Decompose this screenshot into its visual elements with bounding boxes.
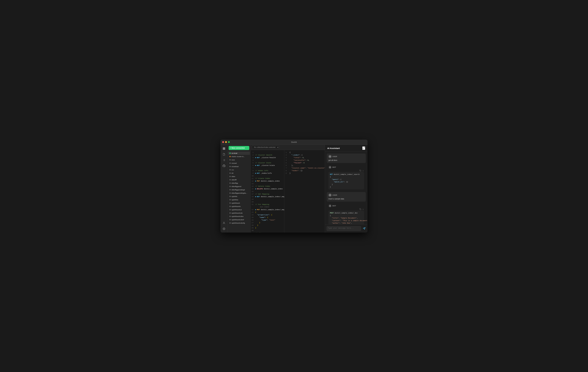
run-arrow-12[interactable]: ▶ [255, 180, 256, 182]
connection-item-ddeeffggareddsgd[interactable]: ddeeffggareddsgd [228, 188, 250, 191]
connection-item-sgdsfdsavbc[interactable]: sgdsfdsavbc [228, 205, 250, 208]
bot-avatar-2 [328, 204, 332, 207]
code-line-1: 1 [251, 151, 284, 154]
code-line-21b: 21 Auto Indent [251, 206, 284, 208]
ai-expand-button[interactable] [362, 146, 365, 150]
run-arrow-15[interactable]: ▶ [255, 188, 256, 190]
svg-rect-15 [329, 167, 331, 168]
code-line-8: 8 // Nodes Info [251, 169, 284, 172]
svg-rect-20 [360, 209, 361, 210]
conn-name: ssssad [231, 162, 237, 164]
minimize-button[interactable] [225, 141, 227, 143]
conn-name: ddeeffggareddsgd [231, 189, 245, 191]
sidebar-github-icon[interactable] [221, 163, 227, 169]
connection-item-sgdsfdsavbcdee[interactable]: sgdsfdsavbcdee [228, 215, 250, 218]
connection-item-os-local[interactable]: os-local [228, 151, 250, 155]
copy-button-2[interactable] [359, 208, 361, 211]
run-arrow-22[interactable]: ▶ [255, 209, 256, 211]
connection-item-sssadsad[interactable]: sssadsad [228, 165, 250, 168]
connection-item-sgdsfdsavbcdeef[interactable]: sgdsfdsavbcdeef [228, 218, 250, 221]
connection-item-ssssad[interactable]: ssssad [228, 161, 250, 165]
connection-item-sgdsfdsа[interactable]: sgdsfdsа [228, 198, 250, 201]
result-line-8: 8 "nodes": {} [285, 169, 324, 172]
sidebar-files-icon[interactable] [221, 152, 227, 157]
connection-item-ddeeffggared[interactable]: ddeeffggared [228, 185, 250, 188]
msg-text-1: get all docs [328, 159, 364, 161]
conn-status-dot [230, 163, 231, 164]
conn-name: sgdsfdsavb [231, 202, 240, 204]
ai-message-user-2: USER insert a sample data [327, 192, 366, 201]
run-arrow-9[interactable]: ▶ [255, 172, 256, 174]
run-arrow-18[interactable]: ▶ [255, 196, 256, 198]
ai-send-button[interactable] [362, 227, 366, 231]
conn-status-dot [230, 219, 231, 220]
new-connection-button[interactable]: + New connection [229, 146, 249, 150]
conn-status-dot [230, 222, 231, 224]
user-avatar-2 [328, 193, 332, 197]
conn-status-dot [230, 199, 231, 200]
conn-name: sgdsfdsavbcdeef [231, 219, 244, 221]
code-line-14: 14 // Delete Index [251, 185, 284, 188]
connection-item-ddeeffgg[interactable]: ddeeffgg [228, 181, 250, 185]
connection-item-ssss[interactable]: ssss [228, 158, 250, 161]
connection-item-sgdsfdsavbcdeefg[interactable]: sgdsfdsavbcdeefg [228, 221, 250, 225]
code-line-20: 20 [251, 201, 284, 203]
connection-item-sgdsfdsavbcd[interactable]: sgdsfdsavbcd [228, 208, 250, 211]
conn-status-dot [230, 209, 231, 210]
ai-messages-list: USER get all docs BOT [325, 152, 368, 224]
code-line-2: 2 // Cluster Health [251, 154, 284, 156]
traffic-lights [222, 141, 230, 143]
maximize-button[interactable] [228, 141, 230, 143]
msg-code-1: GET dockit_sample_index/_search { "query… [328, 172, 364, 190]
code-line-22: 22 ▶PUT dockit_sample_index/_mapping [251, 208, 284, 211]
conn-name: ccc [231, 169, 234, 171]
code-line-26: 26 "type": "text" [251, 219, 284, 221]
result-line-5: 5 "failed": 0 [285, 161, 324, 164]
insert-button-1[interactable] [362, 170, 364, 172]
conn-status-dot [230, 169, 231, 171]
code-line-23: 23 { [251, 211, 284, 214]
code-line-17: 17 // Get Mapping [251, 193, 284, 195]
msg-actions-2 [328, 208, 364, 211]
conn-name: ssss [231, 159, 235, 161]
close-button[interactable] [222, 141, 224, 143]
svg-rect-19 [329, 206, 331, 207]
sidebar-list-icon[interactable] [221, 158, 227, 163]
svg-rect-16 [360, 170, 361, 171]
ai-message-input[interactable] [326, 226, 361, 231]
conn-name: sgdsfdsavbcde [231, 212, 243, 214]
run-arrow-3[interactable]: ▶ [255, 157, 256, 159]
conn-status-dot [230, 189, 231, 190]
code-line-31: 31 // Aliases [251, 232, 284, 232]
connection-item-ddeeffggareddsgda[interactable]: ddeeffggareddsgda... [228, 191, 250, 195]
collection-select[interactable]: No collection/index selected [252, 146, 279, 149]
code-editor[interactable]: 1 2 // Cluster Health 3 ▶GET _cluster/he… [251, 150, 284, 232]
ai-message-user-1: USER get all docs [327, 153, 366, 163]
conn-name: ddee [231, 176, 235, 177]
svg-line-12 [364, 147, 365, 148]
code-line-29: 29 } [251, 227, 284, 229]
ai-message-bot-2: BOT POST do [327, 203, 366, 224]
run-arrow-6[interactable]: ▶ [255, 164, 256, 166]
connection-item-ddeefff[interactable]: ddeefff [228, 178, 250, 181]
copy-button-1[interactable] [359, 170, 361, 172]
connection-item-ddee[interactable]: ddee [228, 175, 250, 178]
sidebar-connections-icon[interactable] [221, 146, 227, 151]
connection-item-elastic-cluster[interactable]: elastic-cluster-lo... [228, 155, 250, 158]
connection-item-sgdsfdsavbcde[interactable]: sgdsfdsavbcde [228, 211, 250, 215]
conn-name: sgdsfds [231, 196, 237, 197]
code-line-15: 15 ▶DELETE dockit_sample_index [251, 188, 284, 190]
connection-item-dd[interactable]: dd [228, 171, 250, 175]
sidebar-user-icon[interactable] [221, 221, 227, 226]
code-line-4: 4 [251, 159, 284, 161]
code-line-7: 7 [251, 167, 284, 169]
code-line-19: 19 [251, 198, 284, 201]
sidebar-settings-icon[interactable] [221, 226, 227, 231]
connection-item-sgdsfds[interactable]: sgdsfds [228, 195, 250, 198]
insert-button-2[interactable] [362, 208, 364, 211]
connection-item-ccc[interactable]: ccc [228, 168, 250, 171]
connection-item-sgdsfdsavb[interactable]: sgdsfdsavb [228, 201, 250, 205]
conn-name: ddeeffggared [231, 186, 241, 187]
conn-status-dot [230, 216, 231, 217]
ai-header: AI Assistant [325, 145, 368, 152]
